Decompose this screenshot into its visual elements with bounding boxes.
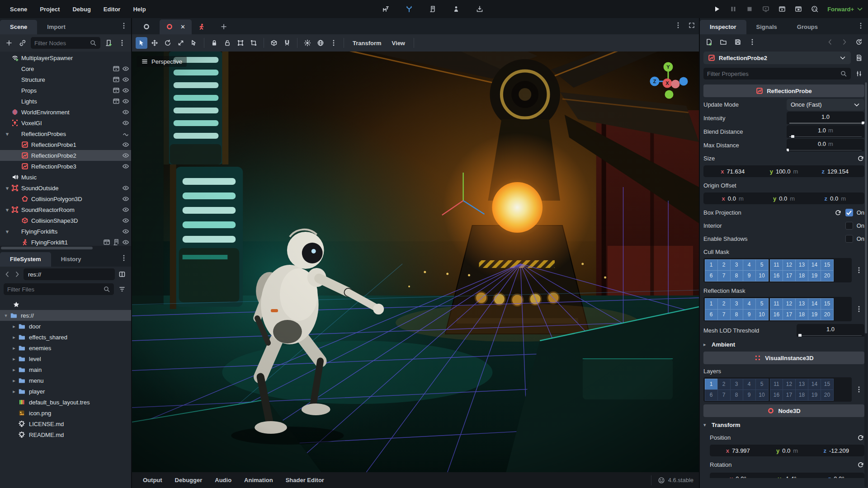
tree-node-reflectionprobe3[interactable]: ReflectionProbe3 bbox=[0, 161, 131, 172]
expand-icon[interactable]: ▸ bbox=[11, 367, 17, 373]
file-default-bus-layout-tres[interactable]: default_bus_layout.tres bbox=[0, 397, 131, 408]
visibility-icon[interactable] bbox=[122, 108, 129, 116]
folder-main[interactable]: ▸main bbox=[0, 364, 131, 375]
cull-mask-bit-1[interactable]: 1 bbox=[705, 259, 718, 271]
layers-bit-17[interactable]: 17 bbox=[783, 389, 796, 401]
tab-history[interactable]: History bbox=[51, 252, 91, 267]
property-tools-button[interactable] bbox=[854, 68, 864, 79]
visibility-icon[interactable] bbox=[122, 228, 129, 235]
reflection-mask-bit-5[interactable]: 5 bbox=[755, 298, 769, 310]
revert-icon[interactable] bbox=[857, 155, 864, 162]
cull-mask-bit-3[interactable]: 3 bbox=[730, 259, 743, 271]
scene-tab-level[interactable]: ✕ bbox=[160, 19, 192, 34]
menu-project[interactable]: Project bbox=[34, 4, 65, 15]
update-mode-dropdown[interactable]: Once (Fast) bbox=[787, 99, 864, 111]
tree-node-flyingforklifts[interactable]: ▾FlyingForklifts bbox=[0, 226, 131, 237]
layers-bit-1[interactable]: 1 bbox=[705, 379, 718, 390]
save-resource-button[interactable] bbox=[732, 37, 743, 47]
position-vector[interactable]: x73.997 y0.0m z-12.209 bbox=[710, 445, 864, 456]
visibility-icon[interactable] bbox=[122, 195, 129, 202]
open-docs-button[interactable] bbox=[854, 52, 864, 63]
reflection-mask-bit-14[interactable]: 14 bbox=[808, 298, 821, 310]
pause-button[interactable] bbox=[727, 3, 740, 15]
reflection-mask-bit-18[interactable]: 18 bbox=[795, 309, 808, 320]
reflection-mask-bit-10[interactable]: 10 bbox=[755, 309, 769, 320]
close-icon[interactable]: ✕ bbox=[180, 23, 185, 30]
cull-mask-bit-15[interactable]: 15 bbox=[821, 259, 834, 271]
menu-scene[interactable]: Scene bbox=[5, 4, 33, 15]
cull-mask-bit-14[interactable]: 14 bbox=[808, 259, 821, 271]
snap-mode-button[interactable] bbox=[281, 37, 293, 49]
menu-view[interactable]: View bbox=[387, 38, 410, 48]
layers-bit-20[interactable]: 20 bbox=[821, 389, 834, 401]
tree-node-soundreactorroom[interactable]: ▾SoundReactorRoom bbox=[0, 204, 131, 215]
folder-effects-shared[interactable]: ▸effects_shared bbox=[0, 332, 131, 343]
folder-enemies[interactable]: ▸enemies bbox=[0, 343, 131, 353]
remote-play-button[interactable] bbox=[760, 3, 772, 15]
list-select-mode-button[interactable] bbox=[188, 37, 200, 49]
collapse-icon[interactable]: ▾ bbox=[4, 206, 11, 213]
collapse-icon[interactable]: ▾ bbox=[3, 313, 9, 319]
tab-filesystem[interactable]: FileSystem bbox=[0, 252, 51, 267]
tree-node-core[interactable]: Core bbox=[0, 63, 131, 74]
visibility-icon[interactable] bbox=[122, 206, 129, 213]
reflection-mask-bit-11[interactable]: 11 bbox=[770, 298, 783, 310]
panel-output[interactable]: Output bbox=[137, 474, 168, 486]
file-icon-png[interactable]: icon.png bbox=[0, 408, 131, 418]
cull-mask-bit-17[interactable]: 17 bbox=[783, 270, 796, 282]
new-resource-button[interactable] bbox=[703, 37, 714, 47]
layers-bit-10[interactable]: 10 bbox=[755, 389, 769, 401]
movie-icon[interactable] bbox=[113, 65, 120, 72]
movie-icon[interactable] bbox=[113, 76, 120, 83]
reflection-mask-bit-20[interactable]: 20 bbox=[821, 309, 834, 320]
favorites-header[interactable] bbox=[0, 299, 131, 310]
cull-mask-bit-19[interactable]: 19 bbox=[808, 270, 821, 282]
reflection-mask-bit-7[interactable]: 7 bbox=[717, 309, 731, 320]
cull-mask-bit-8[interactable]: 8 bbox=[730, 270, 743, 282]
folder-menu[interactable]: ▸menu bbox=[0, 375, 131, 386]
lock-node-button[interactable] bbox=[208, 37, 220, 49]
tab-signals[interactable]: Signals bbox=[746, 20, 787, 34]
layers-bit-3[interactable]: 3 bbox=[730, 379, 743, 390]
nav-back-icon[interactable] bbox=[4, 271, 12, 278]
reflection-mask-bit-4[interactable]: 4 bbox=[743, 298, 756, 310]
tab-inspector[interactable]: Inspector bbox=[700, 20, 746, 34]
mode-assetlib[interactable] bbox=[472, 3, 491, 15]
tree-node-voxelgi[interactable]: VoxelGI bbox=[0, 117, 131, 128]
cull-mask-bit-11[interactable]: 11 bbox=[770, 259, 783, 271]
panel-shader-editor[interactable]: Shader Editor bbox=[280, 474, 330, 486]
layers-bit-11[interactable]: 11 bbox=[770, 379, 783, 390]
collapse-icon[interactable]: ▾ bbox=[4, 185, 11, 192]
visibility-icon[interactable] bbox=[122, 152, 129, 159]
menu-transform[interactable]: Transform bbox=[348, 38, 386, 48]
panel-audio[interactable]: Audio bbox=[209, 474, 237, 486]
visibility-icon[interactable] bbox=[122, 141, 129, 148]
sort-files-button[interactable] bbox=[117, 284, 127, 295]
layers-bit-14[interactable]: 14 bbox=[808, 379, 821, 390]
folder-level[interactable]: ▸level bbox=[0, 353, 131, 364]
movie-maker-button[interactable] bbox=[808, 3, 821, 15]
distraction-free-icon[interactable] bbox=[688, 22, 695, 29]
movie-icon[interactable] bbox=[113, 98, 120, 105]
layers-bit-16[interactable]: 16 bbox=[770, 389, 783, 401]
tab-groups[interactable]: Groups bbox=[787, 20, 828, 34]
slider-grabber[interactable] bbox=[787, 149, 789, 151]
cull-mask-bit-4[interactable]: 4 bbox=[743, 259, 756, 271]
split-view-button[interactable] bbox=[117, 269, 127, 280]
tree-node-collisionshape3d[interactable]: CollisionShape3D bbox=[0, 215, 131, 226]
reflection-mask-bit-3[interactable]: 3 bbox=[730, 298, 743, 310]
wave-icon[interactable] bbox=[122, 130, 129, 137]
history-list-button[interactable] bbox=[854, 37, 864, 47]
filter-nodes-input[interactable]: Filter Nodes bbox=[31, 37, 100, 49]
layers-bit-7[interactable]: 7 bbox=[717, 389, 731, 401]
nav-forward-icon[interactable] bbox=[14, 271, 22, 278]
cull-mask-bit-16[interactable]: 16 bbox=[770, 270, 783, 282]
menu-help[interactable]: Help bbox=[127, 4, 151, 15]
visibility-icon[interactable] bbox=[122, 65, 129, 72]
resource-menu-button[interactable] bbox=[747, 37, 758, 47]
expand-icon[interactable]: ▸ bbox=[11, 389, 17, 394]
cull-mask-bit-6[interactable]: 6 bbox=[705, 270, 718, 282]
add-node-button[interactable] bbox=[4, 38, 14, 48]
history-forward-button[interactable] bbox=[839, 37, 850, 47]
unlock-node-button[interactable] bbox=[222, 37, 233, 49]
